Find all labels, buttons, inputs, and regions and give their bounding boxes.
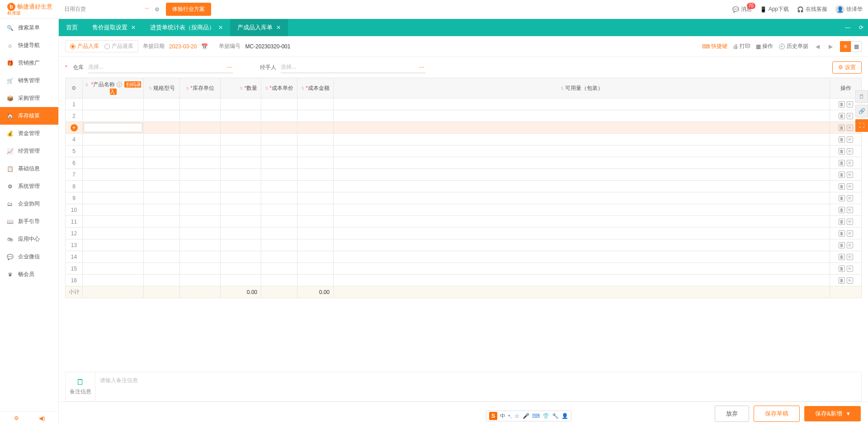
user-menu[interactable]: 👤 徐泽华 [835, 5, 863, 14]
copy-row-icon[interactable]: ⎘ [847, 207, 853, 213]
tab-more-button[interactable]: ⟳ [854, 19, 868, 36]
copy-row-icon[interactable]: ⎘ [847, 242, 853, 248]
online-service-button[interactable]: 🎧 在线客服 [797, 5, 827, 13]
table-row[interactable]: 2🗑⎘ [66, 110, 862, 122]
ribbon-note-button[interactable]: 🗒 [855, 90, 868, 103]
delete-row-icon[interactable]: 🗑 [839, 113, 845, 119]
date-value[interactable]: 2023-03-20 [169, 43, 197, 50]
delete-row-icon[interactable]: 🗑 [839, 242, 845, 248]
delete-row-icon[interactable]: 🗑 [839, 183, 845, 190]
remark-input[interactable]: 请输入备注信息 [95, 372, 861, 401]
sidebar-item-8[interactable]: 📋基础信息 [0, 160, 58, 177]
settings-button[interactable]: ⚙ 设置 [832, 61, 862, 74]
table-row[interactable]: 9🗑⎘ [66, 192, 862, 204]
table-row[interactable]: 1🗑⎘ [66, 98, 862, 110]
close-icon[interactable]: ✕ [276, 24, 281, 31]
app-download-button[interactable]: 📱 App下载 [760, 5, 789, 13]
delete-row-icon[interactable]: 🗑 [839, 277, 845, 284]
add-row-button[interactable]: + [71, 124, 78, 131]
close-icon[interactable]: ✕ [131, 24, 136, 31]
ribbon-link-button[interactable]: 🔗 [855, 105, 868, 117]
radio-product-out[interactable]: 产品退库 [104, 42, 133, 50]
tab-2[interactable]: 进货单统计表（按商品）✕ [143, 19, 230, 36]
copy-row-icon[interactable]: ⎘ [847, 277, 853, 284]
handler-input[interactable]: 选择... ⋯ [281, 61, 425, 73]
delete-row-icon[interactable]: 🗑 [839, 195, 845, 201]
view-list-button[interactable]: ≡ [840, 41, 851, 52]
help-icon[interactable]: ? [117, 82, 122, 87]
table-row[interactable]: 16🗑⎘ [66, 275, 862, 286]
delete-row-icon[interactable]: 🗑 [839, 172, 845, 178]
ime-bar[interactable]: S 中 •, ☺ 🎤 ⌨ 👕 🔧 👤 [486, 411, 571, 421]
copy-row-icon[interactable]: ⎘ [847, 183, 853, 190]
table-row[interactable]: 4🗑⎘ [66, 134, 862, 145]
sidebar-item-14[interactable]: ♛畅会员 [0, 266, 58, 283]
copy-row-icon[interactable]: ⎘ [847, 195, 853, 201]
copy-row-icon[interactable]: ⎘ [847, 160, 853, 166]
copy-row-icon[interactable]: ⎘ [847, 113, 853, 119]
shortcut-button[interactable]: ⌨ 快捷键 [702, 42, 727, 50]
gear-icon[interactable]: ⚙ [155, 6, 160, 13]
table-row[interactable]: +🗑⎘ [66, 122, 862, 134]
sidebar-item-4[interactable]: 📦采购管理 [0, 89, 58, 107]
sidebar-item-12[interactable]: 🛍应用中心 [0, 230, 58, 248]
ribbon-expand-button[interactable]: ⛶ [855, 119, 868, 132]
delete-row-icon[interactable]: 🗑 [839, 266, 845, 272]
sidebar-item-3[interactable]: 🛒销售管理 [0, 72, 58, 89]
col-qty[interactable]: ⇅*数量 [221, 78, 261, 98]
table-row[interactable]: 14🗑⎘ [66, 251, 862, 263]
sidebar-settings-icon[interactable]: ⚙ [4, 415, 29, 421]
sidebar-item-0[interactable]: 🔍搜索菜单 [0, 19, 58, 37]
col-product-name[interactable]: ⇅ *产品名称 ? 扫码录入 [83, 78, 144, 98]
delete-row-icon[interactable]: 🗑 [839, 101, 845, 107]
sidebar-item-1[interactable]: ⌂快捷导航 [0, 37, 58, 54]
tab-3[interactable]: 产成品入库单✕ [230, 19, 288, 36]
table-row[interactable]: 12🗑⎘ [66, 228, 862, 239]
print-button[interactable]: 🖨 打印 [733, 42, 750, 50]
warehouse-input[interactable]: 选择... ⋯ [88, 61, 233, 73]
delete-row-icon[interactable]: 🗑 [839, 148, 845, 154]
sidebar-item-7[interactable]: 📈经营管理 [0, 142, 58, 160]
copy-row-icon[interactable]: ⎘ [847, 101, 853, 107]
delete-row-icon[interactable]: 🗑 [839, 160, 845, 166]
delete-row-icon[interactable]: 🗑 [839, 219, 845, 225]
copy-row-icon[interactable]: ⎘ [847, 136, 853, 143]
table-row[interactable]: 11🗑⎘ [66, 216, 862, 228]
col-avail[interactable]: ⇅可用量（包装） [334, 78, 830, 98]
prev-doc-button[interactable]: ◀ [814, 43, 821, 50]
sidebar-collapse-icon[interactable]: ◀) [29, 415, 55, 421]
delete-row-icon[interactable]: 🗑 [839, 230, 845, 237]
col-price[interactable]: ⇅*成本单价 [261, 78, 297, 98]
sidebar-item-5[interactable]: 🏠库存核算 [0, 107, 58, 125]
category-select[interactable]: 日用百货 ﹀ [64, 5, 150, 13]
delete-row-icon[interactable]: 🗑 [839, 254, 845, 260]
tab-0[interactable]: 首页 [59, 19, 85, 36]
save-new-button[interactable]: 保存&新增 ▾ [804, 406, 861, 421]
sidebar-item-9[interactable]: ⚙系统管理 [0, 177, 58, 195]
next-doc-button[interactable]: ▶ [827, 43, 835, 50]
col-unit[interactable]: ⇅*库存单位 [180, 78, 221, 98]
calendar-icon[interactable]: 📅 [201, 43, 208, 50]
delete-row-icon[interactable]: 🗑 [839, 136, 845, 143]
table-row[interactable]: 8🗑⎘ [66, 181, 862, 192]
sidebar-item-10[interactable]: 🗂企业协同 [0, 195, 58, 213]
copy-row-icon[interactable]: ⎘ [847, 148, 853, 154]
operate-button[interactable]: ▦ 操作 [756, 42, 773, 50]
copy-row-icon[interactable]: ⎘ [847, 172, 853, 178]
copy-row-icon[interactable]: ⎘ [847, 125, 853, 131]
table-row[interactable]: 5🗑⎘ [66, 145, 862, 157]
delete-row-icon[interactable]: 🗑 [839, 125, 845, 131]
tab-minimize-button[interactable]: — [841, 19, 854, 36]
col-amount[interactable]: ⇅*成本金额 [297, 78, 334, 98]
copy-row-icon[interactable]: ⎘ [847, 230, 853, 237]
radio-product-in[interactable]: 产品入库 [70, 42, 99, 50]
col-spec[interactable]: ⇅规格型号 [144, 78, 180, 98]
copy-row-icon[interactable]: ⎘ [847, 266, 853, 272]
delete-row-icon[interactable]: 🗑 [839, 207, 845, 213]
table-row[interactable]: 13🗑⎘ [66, 239, 862, 251]
product-name-input[interactable] [84, 123, 142, 132]
table-row[interactable]: 10🗑⎘ [66, 204, 862, 216]
messages-button[interactable]: 💬 消息 70 [732, 5, 752, 13]
sidebar-item-6[interactable]: 💰资金管理 [0, 125, 58, 142]
copy-row-icon[interactable]: ⎘ [847, 254, 853, 260]
